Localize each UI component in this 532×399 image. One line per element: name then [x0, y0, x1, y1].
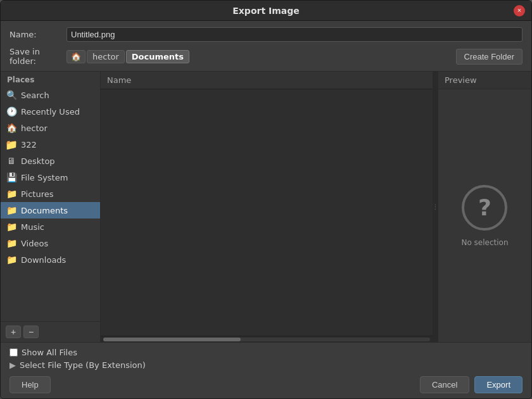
no-selection-icon: ?	[462, 185, 507, 231]
bottom-area: Show All Files ▶ Select File Type (By Ex…	[1, 342, 531, 398]
preview-content: ? No selection	[461, 89, 508, 342]
options-row: Show All Files ▶ Select File Type (By Ex…	[10, 348, 522, 370]
preview-header: Preview	[438, 72, 531, 89]
clock-icon: 🕐	[6, 106, 17, 117]
sidebar-label-videos: Videos	[21, 239, 48, 248]
export-image-dialog: Export Image × Name: Save in folder: 🏠 h…	[0, 0, 532, 399]
places-header: Places	[1, 72, 100, 87]
sidebar-item-file-system[interactable]: 💾 File System	[1, 169, 100, 186]
sidebar-label-downloads: Downloads	[21, 255, 66, 265]
breadcrumb-home[interactable]: 🏠	[66, 50, 86, 63]
main-area: Places 🔍 Search 🕐 Recently Used 🏠 hector…	[1, 71, 531, 342]
downloads-folder-icon: 📁	[6, 254, 17, 265]
sidebar-label-desktop: Desktop	[21, 156, 55, 166]
sidebar-item-pictures[interactable]: 📁 Pictures	[1, 186, 100, 202]
preview-no-selection-text: No selection	[461, 238, 508, 247]
show-all-files-label: Show All Files	[22, 348, 77, 357]
folder-row: Save in folder: 🏠 hector Documents Creat…	[10, 47, 522, 66]
documents-folder-icon: 📁	[6, 205, 17, 216]
sidebar-label-music: Music	[21, 222, 44, 232]
sidebar-label-file-system: File System	[21, 173, 68, 182]
cancel-button[interactable]: Cancel	[420, 376, 469, 393]
sidebar-item-videos[interactable]: 📁 Videos	[1, 235, 100, 251]
horizontal-scrollbar[interactable]	[101, 336, 433, 342]
scrollbar-thumb	[103, 338, 241, 341]
music-folder-icon: 📁	[6, 221, 17, 232]
sidebar-item-recently-used[interactable]: 🕐 Recently Used	[1, 103, 100, 120]
scrollbar-track	[103, 338, 430, 341]
show-all-files-checkbox[interactable]	[10, 348, 18, 357]
breadcrumb-hector[interactable]: hector	[87, 50, 125, 63]
name-label: Name:	[10, 30, 66, 39]
save-in-folder-label: Save in folder:	[10, 47, 66, 66]
sidebar-item-desktop[interactable]: 🖥 Desktop	[1, 153, 100, 169]
action-row: Help Cancel Export	[10, 376, 522, 393]
sidebar-item-hector[interactable]: 🏠 hector	[1, 120, 100, 136]
home-folder-icon: 🏠	[6, 122, 17, 134]
content-header: Name	[101, 72, 433, 89]
export-button[interactable]: Export	[474, 376, 522, 393]
sidebar-label-322: 322	[21, 140, 37, 149]
top-area: Name: Save in folder: 🏠 hector Documents…	[1, 21, 531, 71]
sidebar-label-search: Search	[21, 91, 49, 100]
sidebar-item-322[interactable]: 📁 322	[1, 136, 100, 153]
pictures-folder-icon: 📁	[6, 188, 17, 200]
sidebar-item-search[interactable]: 🔍 Search	[1, 87, 100, 103]
remove-bookmark-button[interactable]: −	[23, 326, 39, 338]
folder-322-icon: 📁	[6, 139, 17, 150]
sidebar-label-documents: Documents	[21, 206, 68, 215]
add-bookmark-button[interactable]: +	[6, 326, 21, 338]
preview-area: Preview ? No selection	[438, 72, 531, 342]
sidebar-item-documents[interactable]: 📁 Documents	[1, 202, 100, 218]
resize-handle[interactable]: ⋮	[433, 72, 438, 342]
right-buttons: Cancel Export	[420, 376, 522, 393]
desktop-icon: 🖥	[6, 155, 17, 167]
expand-icon: ▶	[10, 360, 16, 370]
sidebar: Places 🔍 Search 🕐 Recently Used 🏠 hector…	[1, 72, 101, 342]
select-file-type-label: Select File Type (By Extension)	[20, 360, 146, 370]
name-row: Name:	[10, 27, 522, 42]
close-button[interactable]: ×	[514, 5, 525, 16]
create-folder-button[interactable]: Create Folder	[456, 49, 522, 65]
select-file-type-row[interactable]: ▶ Select File Type (By Extension)	[10, 360, 522, 370]
help-button[interactable]: Help	[10, 376, 51, 393]
videos-folder-icon: 📁	[6, 238, 17, 249]
sidebar-label-recently-used: Recently Used	[21, 107, 80, 117]
breadcrumbs: 🏠 hector Documents	[66, 50, 456, 63]
show-all-files-row[interactable]: Show All Files	[10, 348, 522, 357]
titlebar: Export Image ×	[1, 1, 531, 21]
dialog-title: Export Image	[232, 6, 299, 16]
home-icon: 🏠	[71, 52, 81, 61]
sidebar-item-music[interactable]: 📁 Music	[1, 218, 100, 235]
sidebar-label-hector: hector	[21, 124, 48, 133]
search-icon: 🔍	[6, 89, 17, 101]
file-list[interactable]	[101, 89, 433, 336]
breadcrumb-documents[interactable]: Documents	[126, 50, 189, 63]
sidebar-item-downloads[interactable]: 📁 Downloads	[1, 251, 100, 268]
content-area: Name	[101, 72, 433, 342]
filesystem-icon: 💾	[6, 172, 17, 183]
filename-input[interactable]	[66, 27, 522, 42]
sidebar-label-pictures: Pictures	[21, 189, 53, 199]
sidebar-footer: + −	[1, 321, 100, 342]
